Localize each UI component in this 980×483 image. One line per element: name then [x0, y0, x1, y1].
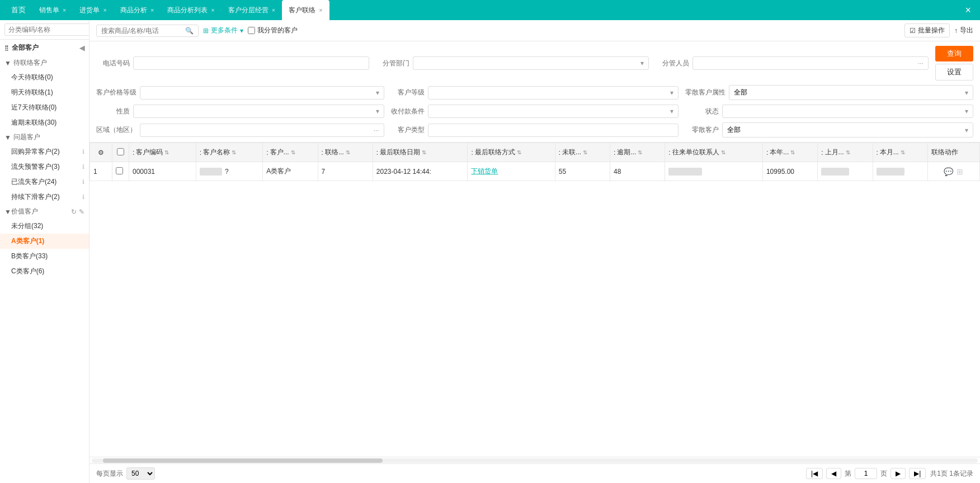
query-button[interactable]: 查询 — [935, 46, 973, 61]
sort-type[interactable]: ⇅ — [291, 149, 295, 155]
sidebar-item-today[interactable]: 今天待联络(0) — [0, 70, 89, 85]
col-header-this-year: : 本年... ⇅ — [762, 143, 817, 162]
filter-select-customer-tier[interactable]: ▾ — [428, 86, 679, 100]
sidebar-collapse-btn[interactable]: ◀ — [79, 44, 84, 52]
sort-last-month[interactable]: ⇅ — [846, 149, 850, 155]
sidebar-item-overdue[interactable]: 逾期未联络(30) — [0, 115, 89, 130]
filter-item-nature: 性质 ▾ — [96, 105, 384, 118]
filter-select-dept[interactable]: ▾ — [413, 56, 649, 70]
close-all-tabs[interactable]: × — [960, 4, 976, 16]
sort-contacts[interactable]: ⇅ — [346, 149, 350, 155]
action-qr-icon[interactable]: ⊞ — [957, 167, 963, 176]
my-customers-check[interactable] — [248, 27, 255, 34]
filter-more-conditions[interactable]: ⊞ 更多条件 ▾ — [203, 26, 243, 35]
nav-tab-sales[interactable]: 销售单 × — [32, 0, 73, 20]
chevron-price-tier: ▾ — [376, 89, 379, 97]
filter-input-phone[interactable] — [133, 56, 369, 70]
sidebar-item-class-a[interactable]: A类客户(1) — [0, 234, 89, 249]
action-message-icon[interactable]: 💬 — [944, 167, 953, 176]
nav-tab-product-analysis[interactable]: 商品分析 × — [114, 0, 161, 20]
edit-icon[interactable]: ✎ — [79, 208, 84, 216]
last-page-btn[interactable]: ▶| — [909, 468, 926, 479]
close-tab-product-analysis-list[interactable]: × — [211, 7, 214, 13]
filter-item-person: 分管人员 ··· — [656, 56, 929, 70]
filter-select-retail-customer[interactable]: 全部 ▾ — [722, 122, 973, 138]
row-last-date: 2023-04-12 14:44: — [373, 162, 468, 181]
filter-label-nature: 性质 — [96, 107, 130, 116]
sidebar-item-churn-warning[interactable]: 流失预警客户(3) ℹ — [0, 159, 89, 174]
nav-tab-purchase[interactable]: 进货单 × — [73, 0, 113, 20]
gear-icon[interactable]: ⚙ — [98, 149, 104, 157]
sort-overdue[interactable]: ⇅ — [638, 149, 642, 155]
sort-this-month[interactable]: ⇅ — [901, 149, 905, 155]
name-blurred — [200, 168, 222, 176]
first-page-btn[interactable]: |◀ — [806, 468, 823, 479]
sidebar-item-class-c[interactable]: C类客户(6) — [0, 264, 89, 279]
row-select-checkbox[interactable] — [116, 167, 123, 174]
row-last-method: 下销货单 — [468, 162, 555, 181]
batch-op-button[interactable]: ☑ 批量操作 — [904, 23, 950, 37]
row-this-month — [873, 162, 927, 181]
filter-label-price-tier: 客户价格等级 — [96, 88, 136, 97]
this-month-blurred — [877, 168, 904, 176]
prev-page-btn[interactable]: ◀ — [826, 468, 841, 479]
sidebar-item-class-b[interactable]: B类客户(33) — [0, 249, 89, 264]
sidebar-item-churned[interactable]: 已流失客户(24) ℹ — [0, 174, 89, 190]
sort-no-contact[interactable]: ⇅ — [583, 149, 587, 155]
row-last-month — [818, 162, 873, 181]
batch-op-check-icon: ☑ — [910, 27, 916, 35]
filter-label-region: 区域（地区） — [96, 125, 136, 135]
close-tab-sales[interactable]: × — [63, 7, 66, 13]
close-tab-customer-tier[interactable]: × — [272, 7, 275, 13]
close-tab-customer-contact[interactable]: × — [319, 7, 322, 13]
settings-button[interactable]: 设置 — [935, 64, 973, 80]
filter-select-price-tier[interactable]: ▾ — [140, 86, 384, 100]
select-all-checkbox[interactable] — [117, 148, 124, 155]
page-input[interactable] — [855, 468, 877, 479]
sidebar-item-ungrouped[interactable]: 未分组(32) — [0, 219, 89, 234]
sort-name[interactable]: ⇅ — [232, 149, 236, 155]
nav-tab-customer-contact[interactable]: 客户联络 × — [282, 0, 329, 20]
scrollbar-thumb[interactable] — [103, 458, 383, 463]
filter-input-region[interactable]: ··· — [140, 124, 384, 137]
col-header-code: : 客户编码 ⇅ — [129, 143, 196, 162]
last-month-blurred — [821, 168, 849, 176]
sort-code[interactable]: ⇅ — [164, 149, 169, 155]
filter-input-person[interactable]: ··· — [692, 56, 929, 70]
last-method-link[interactable]: 下销货单 — [471, 167, 498, 175]
filter-search-icon[interactable]: 🔍 — [185, 27, 194, 35]
nav-tab-customer-tier[interactable]: 客户分层经营 × — [222, 0, 282, 20]
name-suffix: ? — [225, 168, 229, 176]
filter-search-input[interactable] — [101, 27, 185, 35]
row-company-contact — [665, 162, 763, 181]
filter-select-retail-attr[interactable]: 全部 ▾ — [729, 85, 973, 100]
filter-select-nature[interactable]: ▾ — [133, 105, 384, 118]
filter-select-status[interactable]: ▾ — [722, 105, 973, 118]
refresh-icon[interactable]: ↻ — [71, 208, 77, 216]
close-tab-purchase[interactable]: × — [103, 7, 106, 13]
nav-home[interactable]: 首页 — [4, 5, 32, 15]
my-customers-checkbox[interactable]: 我分管的客户 — [248, 26, 298, 35]
filter-input-customer-type[interactable] — [428, 124, 679, 137]
col-header-type: : 客户... ⇅ — [263, 143, 318, 162]
sort-last-date[interactable]: ⇅ — [422, 149, 426, 155]
filter-select-payment[interactable]: ▾ — [428, 105, 679, 118]
col-checkbox-header — [112, 143, 129, 162]
page-size-select[interactable]: 50 20 100 — [126, 467, 155, 480]
next-page-btn[interactable]: ▶ — [891, 468, 906, 479]
sort-this-year[interactable]: ⇅ — [790, 149, 795, 155]
row-action: 💬 ⊞ — [927, 162, 979, 181]
sidebar-item-tomorrow[interactable]: 明天待联络(1) — [0, 85, 89, 100]
sidebar-search-input[interactable] — [4, 23, 89, 36]
nav-tab-product-analysis-list[interactable]: 商品分析列表 × — [161, 0, 221, 20]
horizontal-scrollbar[interactable] — [89, 457, 980, 463]
sidebar-item-repurchase-abnormal[interactable]: 回购异常客户(2) ℹ — [0, 144, 89, 159]
sidebar-item-7days[interactable]: 近7天待联络(0) — [0, 100, 89, 115]
info-icon-4: ℹ — [82, 193, 84, 201]
close-tab-product-analysis[interactable]: × — [150, 7, 154, 13]
content-area: 🔍 ⊞ 更多条件 ▾ 我分管的客户 ☑ 批量操作 ↑ 导出 — [89, 20, 980, 483]
sidebar-item-declining[interactable]: 持续下滑客户(2) ℹ — [0, 190, 89, 205]
sort-company-contact[interactable]: ⇅ — [721, 149, 725, 155]
sort-last-method[interactable]: ⇅ — [517, 149, 521, 155]
export-button[interactable]: ↑ 导出 — [954, 26, 973, 35]
